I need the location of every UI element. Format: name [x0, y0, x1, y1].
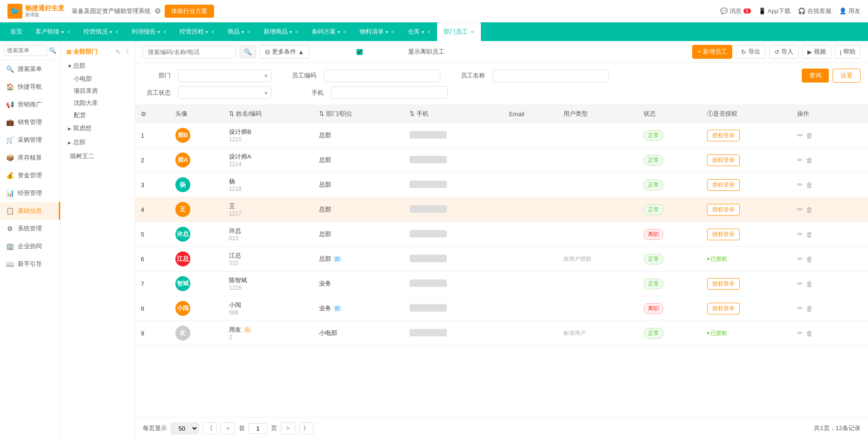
- dept-child-shenyang[interactable]: 沈阳大库: [61, 97, 135, 109]
- auth-login-button[interactable]: 授权登录: [707, 303, 740, 314]
- video-button[interactable]: ▶ 视频: [802, 45, 831, 59]
- th-phone[interactable]: ⇅ 手机: [404, 105, 504, 123]
- empcode-input[interactable]: [324, 70, 440, 82]
- help-button[interactable]: | 帮助: [835, 45, 861, 59]
- dept-child-xiangmu[interactable]: 项目库房: [61, 85, 135, 97]
- message-button[interactable]: 💬 消息 6: [720, 7, 751, 15]
- nav-tab-close-icon[interactable]: ✕: [471, 29, 474, 35]
- edit-button[interactable]: ✏: [797, 255, 803, 263]
- dept-collapse-button[interactable]: 《: [123, 48, 129, 56]
- sidebar-item-marketing[interactable]: 📢 营销推广: [0, 96, 60, 113]
- import-button[interactable]: ↺ 导入: [769, 45, 799, 59]
- nav-tab-利润报告[interactable]: 利润报告▾✕: [125, 22, 173, 41]
- set-button[interactable]: 设置: [833, 69, 861, 83]
- sidebar-item-finance[interactable]: 💰 资金管理: [0, 167, 60, 184]
- nav-tab-商品[interactable]: 商品▾✕: [221, 22, 257, 41]
- th-dept[interactable]: ⇅ 部门/职位: [313, 105, 404, 123]
- sidebar-item-basic[interactable]: 📋 基础信息: [0, 202, 60, 220]
- edit-button[interactable]: ✏: [797, 156, 803, 164]
- app-download-button[interactable]: 📱 App下载: [758, 7, 791, 15]
- nav-tab-close-icon[interactable]: ✕: [247, 29, 250, 35]
- sidebar-item-corp[interactable]: 🏢 企业协同: [0, 237, 60, 255]
- delete-button[interactable]: 🗑: [806, 181, 813, 189]
- nav-tab-仓库[interactable]: 仓库▾✕: [401, 22, 437, 41]
- next-page-button[interactable]: ＞: [281, 422, 295, 434]
- delete-button[interactable]: 🗑: [806, 131, 813, 139]
- nav-tab-close-icon[interactable]: ✕: [163, 29, 167, 35]
- nav-tab-close-icon[interactable]: ✕: [211, 29, 215, 35]
- delete-button[interactable]: 🗑: [806, 304, 813, 313]
- auth-login-button[interactable]: 授权登录: [707, 204, 740, 216]
- nav-tab-条码方案[interactable]: 条码方案▾✕: [305, 22, 353, 41]
- edit-button[interactable]: ✏: [797, 131, 803, 139]
- nav-tab-首页[interactable]: 首页: [4, 22, 29, 41]
- auth-login-button[interactable]: 授权登录: [707, 130, 740, 141]
- query-button[interactable]: 查询: [802, 69, 829, 83]
- nav-tab-close-icon[interactable]: ✕: [115, 29, 118, 35]
- page-number-input[interactable]: [249, 423, 267, 434]
- edit-button[interactable]: ✏: [797, 230, 803, 238]
- delete-button[interactable]: 🗑: [806, 329, 813, 337]
- sidebar-item-inventory[interactable]: 📦 库存核算: [0, 149, 60, 167]
- online-service-button[interactable]: 🎧 在线客服: [798, 7, 832, 15]
- nav-tab-部门员工[interactable]: 部门员工✕: [437, 22, 481, 41]
- dept-node-chashuwang[interactable]: 插树王二: [61, 149, 135, 163]
- dept-node-zongbu[interactable]: ▾ 总部: [61, 59, 135, 73]
- more-conditions-button[interactable]: ⊟ 更多条件 ▲: [260, 45, 309, 59]
- dept-all-button[interactable]: ⊞ 全部部门: [66, 48, 97, 56]
- dept-select[interactable]: [178, 70, 271, 82]
- dept-child-peihuo[interactable]: 配货: [61, 109, 135, 121]
- nav-tab-close-icon[interactable]: ✕: [427, 29, 431, 35]
- nav-tab-经营情况[interactable]: 经营情况▾✕: [77, 22, 125, 41]
- sidebar-item-sales[interactable]: 💼 销售管理: [0, 113, 60, 131]
- sidebar-item-search[interactable]: 🔍 搜索菜单: [0, 60, 60, 78]
- settings-button[interactable]: ⚙: [154, 7, 161, 15]
- last-page-button[interactable]: 》: [299, 422, 313, 434]
- show-resign-checkbox-label[interactable]: 显示离职员工: [313, 48, 444, 56]
- delete-button[interactable]: 🗑: [806, 230, 813, 238]
- phone-input[interactable]: [331, 86, 448, 99]
- edit-button[interactable]: ✏: [797, 304, 803, 313]
- nav-tab-close-icon[interactable]: ✕: [391, 29, 395, 35]
- edit-button[interactable]: ✏: [797, 181, 803, 189]
- sidebar-search-input[interactable]: [4, 45, 47, 56]
- edit-button[interactable]: ✏: [797, 279, 803, 288]
- dept-node-shuangluxiang[interactable]: ▸ 双虑想: [61, 121, 135, 135]
- first-page-button[interactable]: 《: [202, 422, 217, 434]
- edit-button[interactable]: ✏: [797, 205, 803, 214]
- dept-child-xiaodian[interactable]: 小电部: [61, 73, 135, 85]
- th-settings[interactable]: ⚙: [135, 105, 170, 123]
- sidebar-item-quicknav[interactable]: 🏠 快捷导航: [0, 78, 60, 96]
- user-menu[interactable]: 👤 用友: [839, 7, 861, 15]
- delete-button[interactable]: 🗑: [806, 279, 813, 288]
- edit-button[interactable]: ✏: [797, 329, 803, 337]
- empname-input[interactable]: [493, 70, 609, 82]
- auth-login-button[interactable]: 授权登录: [707, 154, 740, 166]
- nav-tab-新增商品[interactable]: 新增商品▾✕: [257, 22, 305, 41]
- sidebar-item-operation[interactable]: 📊 经营管理: [0, 184, 60, 202]
- search-button[interactable]: 🔍: [240, 46, 256, 58]
- nav-tab-close-icon[interactable]: ✕: [343, 29, 347, 35]
- sidebar-item-purchase[interactable]: 🛒 采购管理: [0, 131, 60, 149]
- delete-button[interactable]: 🗑: [806, 156, 813, 164]
- auth-login-button[interactable]: 授权登录: [707, 278, 740, 290]
- search-input[interactable]: [143, 46, 236, 58]
- delete-button[interactable]: 🗑: [806, 205, 813, 214]
- nav-tab-经营历程[interactable]: 经营历程▾✕: [173, 22, 221, 41]
- add-employee-button[interactable]: + 新增员工: [692, 45, 732, 59]
- auth-login-button[interactable]: 授权登录: [707, 179, 740, 191]
- th-name[interactable]: ⇅ 姓名/编码: [223, 105, 314, 123]
- export-button[interactable]: ↻ 导出: [736, 45, 765, 59]
- auth-login-button[interactable]: 授权登录: [707, 229, 740, 240]
- delete-button[interactable]: 🗑: [806, 255, 813, 263]
- per-page-select[interactable]: 50 100: [171, 423, 199, 434]
- dept-edit-button[interactable]: ✎: [115, 48, 121, 56]
- nav-tab-客户联络[interactable]: 客户联络▾✕: [29, 22, 77, 41]
- trial-button[interactable]: 体验行业方案: [165, 5, 214, 18]
- prev-page-button[interactable]: ＜: [221, 422, 235, 434]
- sidebar-item-guide[interactable]: 📖 新手引导: [0, 255, 60, 273]
- nav-tab-close-icon[interactable]: ✕: [67, 29, 70, 35]
- sidebar-item-system[interactable]: ⚙ 系统管理: [0, 220, 60, 237]
- dept-node-zongbu2[interactable]: ▸ 总部: [61, 135, 135, 149]
- nav-tab-物料清单[interactable]: 物料清单▾✕: [353, 22, 401, 41]
